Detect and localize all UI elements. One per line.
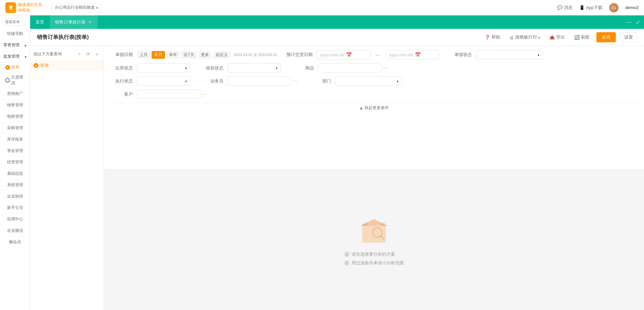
- sidebar-sub-item-press[interactable]: ● 按单: [0, 62, 30, 72]
- help-icon: ❓: [485, 35, 490, 40]
- order-status-label: 单据状态: [448, 52, 472, 58]
- date-pill-this-year[interactable]: 本年: [166, 51, 180, 59]
- salesman-input-area: ···: [227, 76, 298, 86]
- order-status-select[interactable]: [476, 50, 543, 59]
- panel-actions: ＋ ⟳ «: [76, 51, 100, 57]
- help-button[interactable]: ❓ 帮助: [482, 33, 503, 42]
- empty-tip-2: 2 用过滤条件来缩小分析范围: [344, 260, 404, 266]
- sidebar-item-ecommerce[interactable]: 电商管理: [0, 111, 30, 122]
- template-print-button[interactable]: 🖨 按模板打印: [507, 33, 543, 42]
- sidebar-sub-item-debt[interactable]: 欠货情况: [0, 72, 30, 88]
- page-header: 销售订单执行表(按单) ❓ 帮助 🖨 按模板打印 📤 导出: [30, 29, 644, 46]
- tab-minimize-button[interactable]: —: [625, 18, 633, 27]
- filter-row-1: 单据日期 上月 本月 本年: [109, 50, 639, 59]
- delivery-status-select[interactable]: [137, 63, 191, 72]
- logo-icon: [5, 2, 16, 13]
- collection-status-label: 收款状态: [200, 65, 223, 71]
- workspace-dropdown-icon: [96, 5, 98, 10]
- user-name[interactable]: demo2: [625, 5, 639, 10]
- sidebar-item-shortcut[interactable]: 快捷导航: [0, 28, 30, 40]
- plan-item-press[interactable]: ● 按单: [30, 60, 104, 71]
- avatar[interactable]: Ea: [609, 3, 619, 12]
- message-button[interactable]: 💬 消息: [557, 5, 573, 11]
- department-dropdown-icon: [397, 79, 398, 84]
- salesman-input[interactable]: [227, 76, 291, 86]
- top-header: 畅捷通好生意 标账版 办公用品行业模拟账套 💬 消息 📱 App下载 Ea de…: [0, 0, 644, 15]
- sidebar-item-corp-wechat[interactable]: 企业微信: [0, 225, 30, 237]
- sidebar-item-wholesale[interactable]: 批发管理: [0, 51, 30, 62]
- collapse-panel-button[interactable]: «: [94, 51, 100, 57]
- sidebar-item-purchase[interactable]: 采购管理: [0, 122, 30, 134]
- date-label: 单据日期: [109, 52, 133, 58]
- sidebar-item-app-center[interactable]: 应用中心: [0, 214, 30, 225]
- sidebar-item-system[interactable]: 系统管理: [0, 179, 30, 191]
- execution-status-select[interactable]: [137, 76, 191, 86]
- page-body: 销售订单执行表(按单) ❓ 帮助 🖨 按模板打印 📤 导出: [30, 29, 644, 310]
- search-input[interactable]: [3, 18, 27, 25]
- delivery-status-label: 出库状态: [109, 65, 133, 71]
- filter-and-table: 按以下方案查询 ＋ ⟳ « ● 按单: [30, 46, 644, 310]
- goods-more-button[interactable]: ···: [382, 65, 389, 71]
- message-icon: 💬: [557, 5, 562, 10]
- sidebar-item-basic[interactable]: 基础信息: [0, 168, 30, 179]
- goods-input[interactable]: [318, 63, 382, 72]
- right-area: 单据日期 上月 本月 本年: [104, 46, 644, 310]
- tab-close-icon[interactable]: ✕: [88, 19, 92, 25]
- tab-sales-order[interactable]: 销售订单执行表 ✕: [50, 15, 98, 29]
- customer-more-button[interactable]: ···: [201, 91, 208, 97]
- date-pill-7days[interactable]: 近7天: [181, 51, 197, 59]
- add-plan-button[interactable]: ＋: [76, 51, 83, 57]
- sidebar-item-finance[interactable]: 资金管理: [0, 145, 30, 157]
- svg-point-6: [383, 222, 385, 224]
- table-area: 1 请先选择要分析的方案 2 用过滤条件来缩小分析范围: [104, 169, 644, 310]
- empty-state-image: [354, 212, 394, 246]
- tab-maximize-button[interactable]: ⤢: [634, 18, 641, 27]
- collection-status-select[interactable]: [227, 63, 281, 72]
- expected-date-start[interactable]: yyyy-mm-dd 📅: [317, 50, 370, 59]
- tab-home[interactable]: 首页: [30, 15, 50, 29]
- refresh-icon: 🔄: [574, 35, 580, 40]
- page-title: 销售订单执行表(按单): [37, 34, 89, 41]
- date-pill-last-month[interactable]: 上月: [137, 51, 150, 59]
- calendar-start-icon: 📅: [346, 52, 352, 57]
- date-pill-this-month[interactable]: 本月: [152, 51, 165, 59]
- debt-icon: [5, 78, 10, 83]
- department-select[interactable]: [335, 76, 402, 86]
- collapse-up-icon: ▲: [359, 106, 363, 110]
- sidebar-item-retail[interactable]: 零售管理: [0, 40, 30, 51]
- sidebar-item-sales[interactable]: 销售管理: [0, 100, 30, 111]
- sidebar-item-member[interactable]: 畅会员: [0, 237, 30, 248]
- refresh-plan-button[interactable]: ⟳: [85, 51, 92, 57]
- tip-num-1: 1: [344, 252, 350, 257]
- sidebar-item-cooperation[interactable]: 企业协同: [0, 191, 30, 202]
- date-pill-custom[interactable]: 自定义: [213, 51, 230, 59]
- refresh-button[interactable]: 🔄 刷新: [572, 33, 592, 42]
- delivery-dropdown-icon: [185, 65, 187, 70]
- app-download-button[interactable]: 📱 App下载: [579, 5, 602, 11]
- date-range-display: 2023-03-01 至 2023-03-31: [234, 52, 277, 57]
- sidebar-item-newbie[interactable]: 新手引导: [0, 202, 30, 214]
- collapse-button[interactable]: ▲ 收起更多条件: [109, 103, 639, 113]
- export-button[interactable]: 📤 导出: [547, 33, 568, 42]
- panel-title: 按以下方案查询: [34, 51, 62, 57]
- print-dropdown-icon: [538, 35, 540, 40]
- salesman-more-button[interactable]: ···: [291, 78, 298, 84]
- settings-button[interactable]: 设置: [620, 32, 637, 42]
- empty-tips: 1 请先选择要分析的方案 2 用过滤条件来缩小分析范围: [344, 251, 404, 266]
- download-icon: 📱: [579, 5, 585, 10]
- sidebar-item-operation[interactable]: 经营管理: [0, 157, 30, 168]
- app-body: 快捷导航 零售管理 批发管理 ● 按单 欠货情况 营销推广 销售管理 电商管理 …: [0, 15, 644, 310]
- sidebar-item-inventory[interactable]: 库存核算: [0, 134, 30, 145]
- expected-date-end[interactable]: yyyy-mm-dd 📅: [385, 50, 439, 59]
- sidebar-item-marketing[interactable]: 营销推广: [0, 88, 30, 100]
- customer-input[interactable]: [137, 90, 201, 99]
- tab-bar-actions: — ⤢: [625, 18, 644, 27]
- workspace-selector[interactable]: 办公用品行业模拟账套: [52, 3, 101, 12]
- order-status-dropdown-icon: [538, 52, 539, 57]
- date-pill-more[interactable]: 更多: [198, 51, 212, 59]
- export-icon: 📤: [549, 35, 555, 40]
- page-actions: ❓ 帮助 🖨 按模板打印 📤 导出 🔄 刷新: [482, 32, 637, 42]
- tip-num-2: 2: [344, 260, 350, 266]
- search-button[interactable]: 查询: [596, 32, 616, 42]
- left-panel: 按以下方案查询 ＋ ⟳ « ● 按单: [30, 46, 104, 310]
